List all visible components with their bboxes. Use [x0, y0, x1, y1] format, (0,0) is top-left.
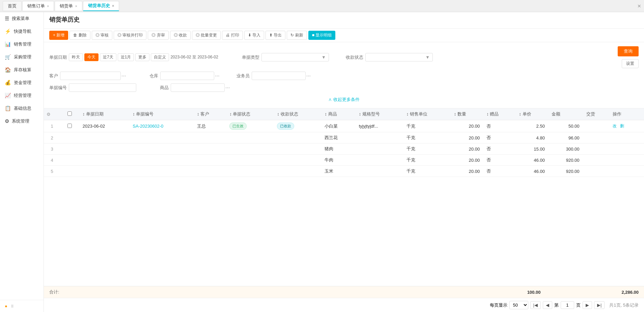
th-amount[interactable]: 金额: [548, 108, 583, 120]
audit-button[interactable]: ◎ 审核: [92, 31, 112, 40]
query-button[interactable]: 查询: [618, 46, 639, 56]
th-doc-status[interactable]: ↕ 单据状态: [226, 108, 274, 120]
filter-goods: 商品 ···: [160, 83, 230, 92]
prev-page-btn[interactable]: ◀: [543, 301, 552, 309]
sidebar-item-sales-mgmt[interactable]: 📊 销售管理: [0, 38, 44, 51]
table-body: 1 2023-06-02 SA-20230602-0 王总 已生效 已收款 小白…: [44, 120, 644, 177]
tab-sales-order-close[interactable]: ×: [47, 4, 49, 8]
th-settings[interactable]: ⚙: [44, 108, 60, 120]
edit-action[interactable]: 改: [613, 124, 617, 128]
tab-home[interactable]: 首页: [3, 1, 22, 11]
page-input[interactable]: [561, 301, 574, 309]
close-all-tabs[interactable]: ✕: [637, 3, 641, 9]
cell-checkbox: [60, 166, 79, 177]
th-goods[interactable]: ↕ 商品: [321, 108, 355, 120]
date-btn-1month[interactable]: 近1月: [118, 53, 134, 61]
cell-unit: 千克: [403, 155, 451, 166]
cell-doc-no[interactable]: SA-20230602-0: [129, 120, 194, 132]
cell-doc-status: [226, 155, 274, 166]
sidebar-purchase-mgmt-label: 采购管理: [14, 54, 31, 60]
th-date[interactable]: ↕ 单据日期: [79, 108, 130, 120]
filter-area: 单据日期 昨天 今天 近7天 近1月 更多 自定义 2023-06-02 至 2…: [44, 42, 644, 108]
tab-sales-history-close[interactable]: ×: [112, 4, 114, 8]
new-button[interactable]: + 新增: [49, 31, 68, 40]
sidebar-item-sys-mgmt[interactable]: ⚙ 系统管理: [0, 115, 44, 128]
th-collect-status[interactable]: ↕ 收款状态: [274, 108, 321, 120]
date-btn-7days[interactable]: 近7天: [100, 53, 116, 61]
th-unit[interactable]: ↕ 销售单位: [403, 108, 451, 120]
batch-change-button[interactable]: ◎ 批量变更: [192, 31, 221, 40]
warehouse-dots[interactable]: ···: [215, 73, 219, 79]
cell-unit: 千克: [403, 132, 451, 144]
doc-number-input[interactable]: [69, 83, 136, 92]
cell-num: 1: [44, 120, 60, 132]
last-page-btn[interactable]: ▶|: [594, 301, 605, 309]
th-spec[interactable]: ↕ 规格型号: [356, 108, 403, 120]
first-page-btn[interactable]: |◀: [530, 301, 541, 309]
th-doc-no[interactable]: ↕ 单据编号: [129, 108, 194, 120]
sys-mgmt-icon: ⚙: [5, 118, 9, 124]
goods-input[interactable]: [171, 83, 225, 92]
th-delivery[interactable]: 交货: [583, 108, 610, 120]
cell-delivery: [583, 120, 610, 132]
collapse-filter-btn[interactable]: ∧ 收起更多条件: [49, 95, 639, 104]
row-checkbox[interactable]: [67, 124, 72, 128]
date-btn-today[interactable]: 今天: [84, 53, 99, 61]
cell-doc-no[interactable]: [129, 166, 194, 177]
content-area: 销货单历史 + 新增 🗑 删除 ◎ 审核 ◎ 审核并打印 ◎ 弃审 ◎ 收款 ◎…: [44, 12, 644, 312]
per-page-select[interactable]: 50 100 200: [509, 301, 528, 309]
select-all-checkbox[interactable]: [67, 111, 72, 116]
cell-doc-no[interactable]: [129, 155, 194, 166]
tab-sales-history[interactable]: 销货单历史 ×: [83, 1, 119, 11]
warehouse-input[interactable]: [160, 72, 214, 80]
filter-doc-number: 单据编号: [49, 83, 136, 92]
th-qty[interactable]: ↕ 数量: [451, 108, 483, 120]
filter-action-right: 查询 设置: [618, 46, 639, 68]
tab-sales-order[interactable]: 销售订单 ×: [22, 1, 54, 11]
salesperson-input[interactable]: [252, 72, 306, 80]
date-btn-custom[interactable]: 自定义: [151, 53, 169, 61]
audit-print-button[interactable]: ◎ 审核并打印: [114, 31, 146, 40]
cell-doc-no[interactable]: [129, 132, 194, 144]
sidebar-item-basic-info[interactable]: 📋 基础信息: [0, 102, 44, 115]
delete-button[interactable]: 🗑 删除: [69, 31, 90, 40]
tab-sales-goods-close[interactable]: ×: [75, 4, 77, 8]
refresh-button[interactable]: ↻ 刷新: [287, 31, 307, 40]
print-button[interactable]: 🖨 打印: [222, 31, 243, 40]
cell-qty: 20.00: [451, 166, 483, 177]
th-gift[interactable]: ↕ 赠品: [483, 108, 515, 120]
sidebar: ☰ 搜索菜单 ⚡ 快捷导航 📊 销售管理 🛒 采购管理 🏠 库存核算 💰 资金管…: [0, 12, 44, 312]
sidebar-pause-icon[interactable]: ⏸: [10, 304, 15, 309]
sidebar-item-ops-mgmt[interactable]: 📈 经营管理: [0, 89, 44, 102]
doc-type-arrow: ▼: [321, 55, 326, 60]
th-customer[interactable]: ↕ 客户: [194, 108, 226, 120]
customer-dots[interactable]: ···: [121, 73, 126, 79]
date-btn-yesterday[interactable]: 昨天: [69, 53, 83, 61]
cell-delivery: [583, 144, 610, 155]
customer-input[interactable]: [60, 72, 121, 80]
doc-type-select[interactable]: ▼: [261, 53, 329, 61]
sidebar-item-search-menu[interactable]: ☰ 搜索菜单: [0, 12, 44, 25]
doc-type-label: 单据类型: [242, 54, 259, 60]
sidebar-item-quick-nav[interactable]: ⚡ 快捷导航: [0, 25, 44, 38]
sidebar-item-purchase-mgmt[interactable]: 🛒 采购管理: [0, 51, 44, 63]
collect-button[interactable]: ◎ 收款: [170, 31, 191, 40]
next-page-btn[interactable]: ▶: [583, 301, 592, 309]
th-price[interactable]: ↕ 单价: [516, 108, 548, 120]
show-detail-button[interactable]: ■ 显示明细: [308, 31, 336, 40]
collect-status-select[interactable]: ▼: [365, 53, 433, 61]
sidebar-collapse-icon[interactable]: ●: [5, 304, 7, 309]
export-button[interactable]: ⬆ 导出: [265, 31, 285, 40]
cell-doc-no[interactable]: [129, 144, 194, 155]
goods-dots[interactable]: ···: [225, 85, 230, 91]
sidebar-item-finance[interactable]: 💰 资金管理: [0, 76, 44, 89]
date-btn-more[interactable]: 更多: [135, 53, 149, 61]
tab-sales-goods[interactable]: 销货单 ×: [55, 1, 82, 11]
sidebar-item-inventory[interactable]: 🏠 库存核算: [0, 63, 44, 76]
salesperson-dots[interactable]: ···: [306, 73, 311, 79]
import-button[interactable]: ⬇ 导入: [244, 31, 264, 40]
abandon-button[interactable]: ◎ 弃审: [148, 31, 168, 40]
settings-button[interactable]: 设置: [622, 59, 639, 68]
cell-num: 4: [44, 155, 60, 166]
delete-action[interactable]: 删: [620, 124, 624, 128]
